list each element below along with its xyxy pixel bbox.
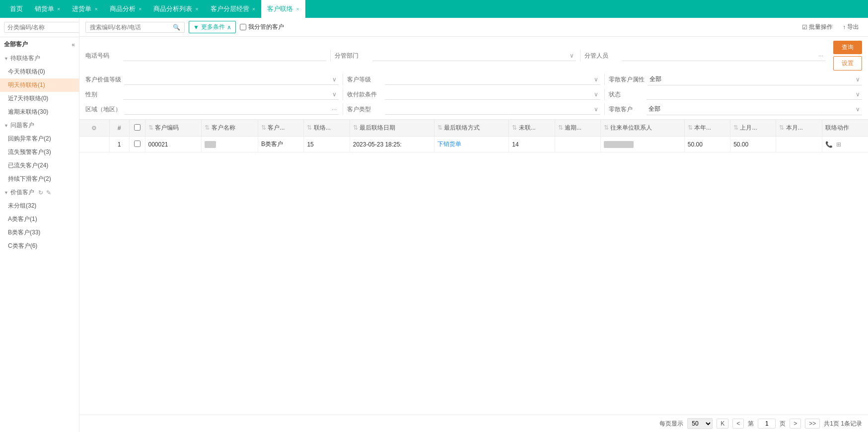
more-filter-btn[interactable]: ▼ 更多条件 ∧ xyxy=(189,21,236,33)
triangle-icon3: ▼ xyxy=(4,190,8,195)
row-check xyxy=(129,137,145,152)
customer-type-select[interactable]: ∨ xyxy=(385,104,600,115)
sidebar-item-type-c[interactable]: C类客户(6) xyxy=(0,239,79,253)
last-method-link[interactable]: 下销货单 xyxy=(437,141,461,147)
col-type: ⇅ 客户... xyxy=(258,120,304,137)
nav-product-analysis[interactable]: 商品分析 × xyxy=(104,0,147,18)
close-product-analysis-list[interactable]: × xyxy=(195,6,198,12)
phone-input[interactable] xyxy=(123,51,326,61)
row-overdue xyxy=(555,137,600,152)
close-product-analysis[interactable]: × xyxy=(139,6,142,12)
next-page-btn[interactable]: > xyxy=(790,419,801,429)
sidebar-item-tomorrow[interactable]: 明天待联络(1) xyxy=(0,78,79,92)
row-last-month: 50.00 xyxy=(730,137,776,152)
region-select[interactable]: ··· xyxy=(124,104,339,115)
nav-home[interactable]: 首页 xyxy=(4,0,29,18)
sidebar-collapse-icon[interactable]: « xyxy=(72,41,75,48)
row-type: B类客户 xyxy=(258,137,304,152)
row-actions xyxy=(79,137,109,152)
row-checkbox[interactable] xyxy=(134,141,141,147)
filter-dept: 分管部门 ∨ xyxy=(335,51,576,61)
action-phone-icon[interactable]: 📞 xyxy=(825,141,833,148)
retail-customer-select[interactable]: 全部 ∨ xyxy=(647,103,862,115)
query-btn[interactable]: 查询 xyxy=(833,41,862,54)
retail-attr-select[interactable]: 全部 ∨ xyxy=(648,73,862,85)
nav-product-analysis-list[interactable]: 商品分析列表 × xyxy=(147,0,204,18)
close-sales-order[interactable]: × xyxy=(57,6,60,12)
sidebar-item-repurchase-abnormal[interactable]: 回购异常客户(2) xyxy=(0,132,79,145)
filter-payment: 收付款条件 ∨ xyxy=(347,89,600,100)
sidebar-item-type-b[interactable]: B类客户(33) xyxy=(0,226,79,239)
row-this-year: 50.00 xyxy=(684,137,730,152)
sidebar-group-pending[interactable]: ▼ 待联络客户 xyxy=(0,52,79,65)
status-select[interactable]: ∨ xyxy=(647,89,862,100)
col-settings[interactable]: ⚙ xyxy=(79,120,109,137)
sidebar-item-type-a[interactable]: A类客户(1) xyxy=(0,213,79,226)
customer-value-label: 客户价值等级 xyxy=(85,75,121,84)
row-not-contacted: 14 xyxy=(509,137,555,152)
retail-attr-label: 零散客户属性 xyxy=(609,75,645,84)
row-contact-person xyxy=(600,137,684,152)
sidebar-item-ungroup[interactable]: 未分组(32) xyxy=(0,199,79,213)
close-customer-segmentation[interactable]: × xyxy=(252,6,255,12)
action-more-icon[interactable]: ⊞ xyxy=(836,141,841,148)
caret-icon: ∧ xyxy=(227,24,231,31)
sidebar-item-churned[interactable]: 已流失客户(24) xyxy=(0,159,79,172)
customer-value-select[interactable]: ∨ xyxy=(124,74,339,85)
customer-level-select[interactable]: ∨ xyxy=(385,74,600,85)
cv-caret: ∨ xyxy=(332,76,337,83)
per-page-select[interactable]: 50 100 200 xyxy=(687,418,713,429)
refresh-icon[interactable]: ↻ xyxy=(38,189,43,196)
total-info: 共1页 1条记录 xyxy=(824,420,862,428)
filter-row-2: 客户价值等级 ∨ 客户等级 ∨ 零散客户属性 全部 xyxy=(85,73,862,85)
first-page-btn[interactable]: K xyxy=(717,419,728,429)
select-all-checkbox[interactable] xyxy=(134,124,141,131)
col-not-contacted: ⇅ 未联... xyxy=(509,120,555,137)
sort-icon2: ⇅ xyxy=(205,124,210,131)
check-icon: ☑ xyxy=(802,24,807,31)
sort-icon7: ⇅ xyxy=(512,124,517,131)
my-customers-check[interactable]: 我分管的客户 xyxy=(240,23,284,31)
settings-icon[interactable]: ⚙ xyxy=(91,125,97,132)
nav-customer-segmentation[interactable]: 客户分层经营 × xyxy=(205,0,261,18)
reset-btn[interactable]: 设置 xyxy=(833,56,862,71)
person-select[interactable]: ··· xyxy=(622,51,825,61)
close-customer-contact[interactable]: × xyxy=(296,6,299,12)
sidebar-group-value[interactable]: ▼ 价值客户 ↻ ✎ xyxy=(0,186,79,199)
payment-select[interactable]: ∨ xyxy=(385,89,600,100)
close-purchase-order[interactable]: × xyxy=(94,6,97,12)
phone-label: 电话号码 xyxy=(85,52,120,60)
nav-customer-contact[interactable]: 客户联络 × xyxy=(261,0,305,18)
sidebar-group-problem[interactable]: ▼ 问题客户 xyxy=(0,119,79,132)
sidebar-item-churn-warning[interactable]: 流失预警客户(3) xyxy=(0,145,79,159)
export-btn[interactable]: ↑ 导出 xyxy=(840,21,862,33)
filter-person: 分管人员 ··· xyxy=(584,51,825,61)
dept-label: 分管部门 xyxy=(335,52,369,60)
col-last-month: ⇅ 上月... xyxy=(730,120,776,137)
col-this-month: ⇅ 本月... xyxy=(776,120,822,137)
edit-icon[interactable]: ✎ xyxy=(46,189,51,196)
sort-icon8: ⇅ xyxy=(558,124,563,131)
main-search-icon[interactable]: 🔍 xyxy=(173,24,180,31)
gender-select[interactable]: ∨ xyxy=(123,89,339,100)
sidebar-search-input[interactable] xyxy=(4,22,79,33)
main-search-input[interactable] xyxy=(90,24,173,31)
dept-select[interactable]: ∨ xyxy=(372,51,576,61)
sidebar-item-7days[interactable]: 近7天待联络(0) xyxy=(0,92,79,105)
batch-btn[interactable]: ☑ 批量操作 xyxy=(799,21,836,33)
filter-retail-customer: 零散客户 全部 ∨ xyxy=(609,103,862,115)
prev-page-btn[interactable]: < xyxy=(732,419,744,429)
triangle-icon: ▼ xyxy=(4,56,8,61)
sidebar-item-overdue[interactable]: 逾期未联络(30) xyxy=(0,105,79,119)
page-number-input[interactable] xyxy=(758,419,776,429)
region-label: 区域（地区） xyxy=(85,105,121,114)
last-page-btn[interactable]: >> xyxy=(805,419,820,429)
nav-sales-order[interactable]: 销货单 × xyxy=(29,0,66,18)
sidebar-item-today[interactable]: 今天待联络(0) xyxy=(0,65,79,78)
sort-icon5: ⇅ xyxy=(353,124,358,131)
my-customers-checkbox[interactable] xyxy=(240,24,246,30)
sidebar-item-declining[interactable]: 持续下滑客户(2) xyxy=(0,172,79,186)
col-overdue: ⇅ 逾期... xyxy=(555,120,600,137)
sidebar-all-customers[interactable]: 全部客户 « xyxy=(0,37,79,52)
nav-purchase-order[interactable]: 进货单 × xyxy=(66,0,103,18)
